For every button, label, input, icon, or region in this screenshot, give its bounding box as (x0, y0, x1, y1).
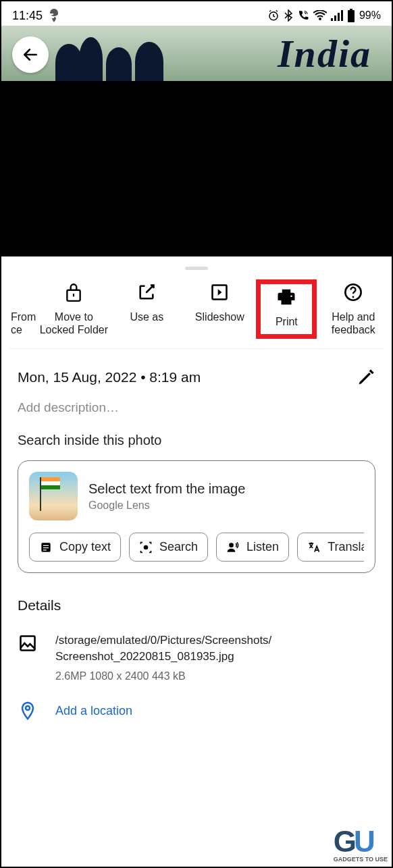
action-use-as[interactable]: Use as (110, 279, 183, 339)
share-external-icon (136, 282, 157, 302)
sheet-handle[interactable] (185, 267, 208, 270)
svg-point-10 (291, 296, 293, 298)
add-location-label: Add a location (55, 704, 132, 718)
action-truncated-label: From ce (11, 310, 36, 336)
arrow-left-icon (22, 46, 39, 63)
svg-rect-2 (334, 16, 336, 21)
details-heading: Details (18, 597, 375, 614)
svg-point-12 (352, 296, 355, 298)
alarm-icon (267, 9, 280, 22)
lens-title: Select text from the image (88, 481, 245, 497)
svg-rect-19 (21, 636, 35, 651)
action-print-label: Print (276, 315, 298, 328)
slideshow-icon (209, 282, 230, 302)
action-move-locked[interactable]: Move to Locked Folder (37, 279, 110, 339)
photo-viewer[interactable]: India (1, 26, 392, 256)
edit-button[interactable] (357, 368, 375, 387)
wifi-icon (313, 10, 327, 21)
search-heading: Search inside this photo (18, 433, 375, 448)
photo-datetime: Mon, 15 Aug, 2022 • 8:19 am (18, 369, 201, 385)
action-help-label: Help and feedback (318, 310, 388, 336)
signal-icon (331, 10, 343, 21)
image-icon (18, 632, 38, 653)
action-help[interactable]: Help and feedback (317, 279, 390, 339)
lens-listen-button[interactable]: Listen (216, 533, 289, 562)
info-bottom-sheet: From ce Move to Locked Folder Use as Sli… (1, 261, 392, 867)
phone-icon (297, 9, 309, 22)
battery-icon (347, 9, 355, 22)
svg-point-18 (229, 543, 234, 547)
svg-rect-14 (43, 545, 49, 546)
copy-text-icon (39, 541, 53, 554)
svg-point-20 (26, 706, 30, 710)
bluetooth-icon (284, 9, 293, 22)
svg-rect-1 (331, 18, 333, 21)
svg-point-17 (144, 545, 149, 550)
lock-icon (63, 282, 84, 302)
svg-rect-6 (348, 10, 355, 22)
lens-copy-label: Copy text (59, 540, 111, 554)
action-slideshow-label: Slideshow (195, 310, 244, 323)
listen-icon (226, 541, 240, 554)
svg-rect-5 (350, 9, 352, 10)
banner-text: India (278, 31, 371, 76)
lens-search-button[interactable]: Search (129, 533, 208, 562)
translate-icon (307, 541, 321, 554)
lens-copy-button[interactable]: Copy text (29, 533, 121, 562)
watermark-text: GADGETS TO USE (334, 857, 388, 863)
file-size-info: 2.6MP 1080 x 2400 443 kB (55, 669, 375, 684)
action-row: From ce Move to Locked Folder Use as Sli… (9, 279, 384, 349)
lens-translate-button[interactable]: Translate (297, 533, 364, 562)
lens-search-label: Search (159, 540, 198, 554)
pencil-icon (357, 368, 375, 387)
svg-rect-15 (43, 547, 49, 548)
lens-card: Select text from the image Google Lens C… (18, 460, 375, 573)
action-truncated[interactable]: From ce (9, 279, 37, 339)
svg-rect-16 (43, 549, 47, 550)
swiggy-icon (48, 8, 60, 23)
photo-content: India (1, 26, 392, 81)
action-print[interactable]: Print (256, 279, 317, 339)
status-time: 11:45 (12, 9, 43, 23)
watermark: GU GADGETS TO USE (334, 827, 388, 863)
action-move-label: Move to Locked Folder (38, 310, 109, 336)
file-path-line2: Screenshot_20220815_081935.jpg (55, 649, 375, 665)
lens-listen-label: Listen (246, 540, 279, 554)
help-icon (343, 282, 363, 302)
status-bar: 11:45 99% (1, 1, 392, 26)
svg-rect-3 (338, 13, 340, 21)
svg-rect-4 (341, 10, 343, 21)
file-detail-row: /storage/emulated/0/Pictures/Screenshots… (18, 632, 375, 684)
print-icon (276, 287, 296, 307)
lens-translate-label: Translate (328, 540, 364, 554)
description-input[interactable]: Add description… (18, 400, 375, 415)
action-useas-label: Use as (130, 310, 163, 323)
file-path-line1: /storage/emulated/0/Pictures/Screenshots… (55, 632, 375, 649)
location-pin-icon (18, 700, 38, 722)
svg-rect-8 (73, 294, 74, 296)
battery-percentage: 99% (359, 9, 381, 22)
lens-thumbnail (29, 472, 78, 520)
back-button[interactable] (12, 36, 49, 73)
action-slideshow[interactable]: Slideshow (183, 279, 256, 339)
lens-subtitle: Google Lens (88, 499, 245, 512)
add-location-button[interactable]: Add a location (18, 700, 375, 722)
lens-search-icon (139, 541, 153, 554)
